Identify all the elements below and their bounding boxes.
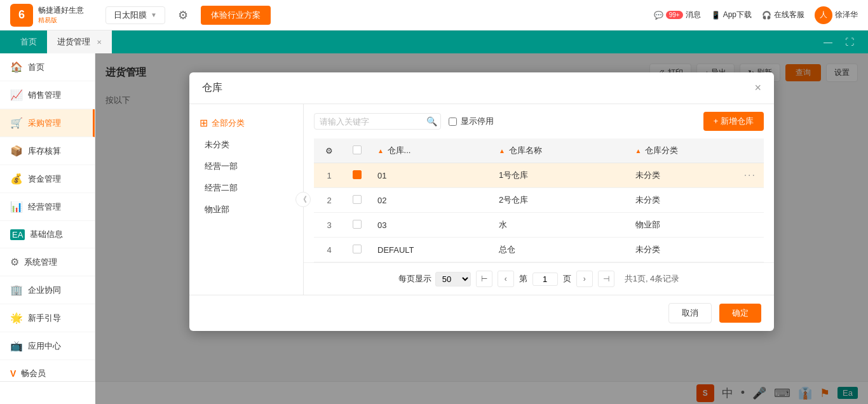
sidebar-item-purchase[interactable]: 🛒 采购管理 bbox=[0, 109, 95, 137]
page-total: 共1页, 4条记录 bbox=[625, 273, 680, 285]
online-service-item[interactable]: 🎧 在线客服 bbox=[762, 10, 804, 20]
trial-button[interactable]: 体验行业方案 bbox=[201, 6, 271, 25]
table-header-row: ⚙ ▲ 仓库... bbox=[314, 138, 764, 163]
show-disabled-checkbox[interactable] bbox=[449, 118, 457, 126]
table-toolbar: 🔍 显示停用 + 新增仓库 bbox=[304, 104, 774, 138]
next-page-btn[interactable]: › bbox=[576, 271, 593, 287]
sidebar: 🏠 首页 📈 销售管理 🛒 采购管理 📦 库存核算 💰 资金管理 📊 经营管理 … bbox=[0, 53, 95, 404]
table-row[interactable]: 3 03 水 物业部 bbox=[314, 213, 764, 238]
table-row[interactable]: 4 DEFAULT 总仓 未分类 bbox=[314, 238, 764, 262]
category-item-0[interactable]: 未分类 bbox=[189, 134, 303, 156]
nav-minimize-icon[interactable]: — bbox=[820, 34, 836, 50]
finance-icon: 💰 bbox=[10, 173, 23, 185]
per-page-select[interactable]: 50 10 20 100 bbox=[435, 272, 471, 286]
row-code-cell: DEFAULT bbox=[370, 238, 491, 262]
category-label-3: 物业部 bbox=[205, 205, 229, 214]
sidebar-item-enterprise[interactable]: 🏢 企业协同 bbox=[0, 276, 95, 304]
category-all[interactable]: ⊞ 全部分类 bbox=[189, 112, 303, 134]
last-page-btn[interactable]: ⊣ bbox=[598, 271, 614, 287]
row-checkbox[interactable] bbox=[353, 170, 362, 179]
app-name: 畅捷通好生意 bbox=[38, 5, 84, 16]
col-code: ▲ 仓库... bbox=[370, 138, 491, 163]
message-badge: 99+ bbox=[666, 11, 683, 19]
search-input-wrap[interactable]: 🔍 bbox=[314, 113, 441, 130]
store-name: 日太阳膜 bbox=[114, 10, 147, 21]
confirm-button[interactable]: 确定 bbox=[719, 304, 761, 323]
user-item[interactable]: 人 徐泽华 bbox=[815, 6, 858, 24]
category-item-3[interactable]: 物业部 bbox=[189, 199, 303, 220]
tab-home[interactable]: 首页 bbox=[10, 30, 47, 53]
row-checkbox-cell[interactable] bbox=[344, 163, 370, 188]
row-checkbox[interactable] bbox=[353, 245, 362, 253]
sidebar-label-inventory: 库存核算 bbox=[28, 145, 61, 157]
sidebar-item-home[interactable]: 🏠 首页 bbox=[0, 53, 95, 81]
row-num-cell: 2 bbox=[314, 188, 344, 213]
tab-purchase[interactable]: 进货管理 ✕ bbox=[47, 30, 112, 53]
tab-close-icon[interactable]: ✕ bbox=[97, 39, 102, 46]
category-all-label: 全部分类 bbox=[212, 118, 245, 129]
purchase-icon: 🛒 bbox=[10, 117, 23, 129]
search-input[interactable] bbox=[320, 117, 426, 126]
inventory-icon: 📦 bbox=[10, 145, 23, 157]
sidebar-item-basic-info[interactable]: EA 基础信息 bbox=[0, 221, 95, 248]
category-sidebar: ⊞ 全部分类 未分类 经营一部 经营二部 物业部 bbox=[189, 104, 304, 295]
sidebar-item-inventory[interactable]: 📦 库存核算 bbox=[0, 137, 95, 165]
modal-header: 仓库 × bbox=[189, 72, 774, 104]
row-category-cell: 物业部 bbox=[628, 213, 764, 238]
sidebar-item-app-center[interactable]: 📺 应用中心 bbox=[0, 332, 95, 360]
app-download-item[interactable]: 📱 App下载 bbox=[711, 10, 752, 20]
row-num-cell: 4 bbox=[314, 238, 344, 262]
operations-icon: 📊 bbox=[10, 201, 23, 213]
add-warehouse-button[interactable]: + 新增仓库 bbox=[703, 112, 764, 131]
sidebar-label-finance: 资金管理 bbox=[28, 173, 61, 185]
show-disabled-wrap: 显示停用 bbox=[449, 116, 494, 127]
cancel-button[interactable]: 取消 bbox=[668, 303, 712, 323]
row-checkbox[interactable] bbox=[353, 220, 362, 229]
settings-icon-btn[interactable]: ⚙ bbox=[173, 5, 193, 25]
page-suffix: 页 bbox=[563, 273, 571, 285]
online-service-label: 在线客服 bbox=[774, 10, 804, 20]
sort-icon-name: ▲ bbox=[499, 147, 505, 154]
category-grid-icon: ⊞ bbox=[200, 117, 208, 129]
sidebar-item-system[interactable]: ⚙ 系统管理 bbox=[0, 248, 95, 276]
page-number-input[interactable] bbox=[532, 273, 558, 286]
sidebar-item-sales[interactable]: 📈 销售管理 bbox=[0, 81, 95, 109]
category-item-1[interactable]: 经营一部 bbox=[189, 156, 303, 177]
tab-home-label: 首页 bbox=[20, 36, 37, 48]
category-collapse-btn[interactable]: 《 bbox=[295, 192, 311, 207]
sidebar-label-membership: 畅会员 bbox=[21, 368, 46, 379]
row-checkbox-cell[interactable] bbox=[344, 188, 370, 213]
warehouse-table: ⚙ ▲ 仓库... bbox=[314, 138, 764, 262]
row-checkbox-cell[interactable] bbox=[344, 238, 370, 262]
search-icon[interactable]: 🔍 bbox=[426, 116, 437, 126]
user-name: 徐泽华 bbox=[835, 10, 858, 20]
warehouse-modal: 仓库 × ⊞ 全部分类 未分类 经营一 bbox=[189, 72, 774, 331]
table-body: 1 01 1号仓库 未分类··· 2 02 2号仓库 未分类 3 03 水 物业… bbox=[314, 163, 764, 262]
modal-close-button[interactable]: × bbox=[754, 81, 761, 95]
select-all-checkbox[interactable] bbox=[353, 145, 362, 154]
sidebar-item-operations[interactable]: 📊 经营管理 bbox=[0, 193, 95, 221]
table-row[interactable]: 2 02 2号仓库 未分类 bbox=[314, 188, 764, 213]
basic-info-icon: EA bbox=[10, 229, 25, 240]
message-item[interactable]: 💬 99+ 消息 bbox=[654, 10, 701, 20]
main-layout: 🏠 首页 📈 销售管理 🛒 采购管理 📦 库存核算 💰 资金管理 📊 经营管理 … bbox=[0, 53, 868, 404]
row-name-cell: 2号仓库 bbox=[491, 188, 627, 213]
sidebar-label-operations: 经营管理 bbox=[28, 201, 61, 213]
prev-page-btn[interactable]: ‹ bbox=[498, 271, 514, 287]
membership-icon: V bbox=[10, 368, 16, 379]
row-code-cell: 03 bbox=[370, 213, 491, 238]
message-icon: 💬 bbox=[654, 11, 663, 20]
category-label-0: 未分类 bbox=[205, 140, 229, 149]
row-checkbox[interactable] bbox=[353, 195, 362, 204]
category-item-2[interactable]: 经营二部 bbox=[189, 177, 303, 199]
sidebar-label-system: 系统管理 bbox=[24, 257, 57, 268]
nav-tabs: 首页 进货管理 ✕ — ⛶ bbox=[0, 30, 868, 53]
nav-maximize-icon[interactable]: ⛶ bbox=[841, 34, 858, 50]
table-row[interactable]: 1 01 1号仓库 未分类··· bbox=[314, 163, 764, 188]
sidebar-item-guide[interactable]: 🌟 新手引导 bbox=[0, 304, 95, 332]
first-page-btn[interactable]: ⊢ bbox=[476, 271, 492, 287]
modal-footer: 取消 确定 bbox=[189, 295, 774, 331]
sidebar-item-finance[interactable]: 💰 资金管理 bbox=[0, 165, 95, 193]
row-checkbox-cell[interactable] bbox=[344, 213, 370, 238]
store-selector[interactable]: 日太阳膜 ▼ bbox=[105, 6, 165, 24]
